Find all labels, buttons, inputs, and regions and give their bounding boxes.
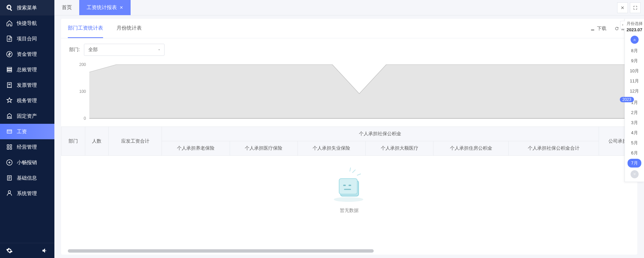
salary-icon [6,128,13,135]
month-item[interactable]: 9月 [628,57,641,65]
chevron-down-icon [157,48,161,52]
chevron-up-double-icon [633,38,637,42]
sidebar-item-biz[interactable]: 经营管理 [0,139,54,155]
svg-rect-4 [349,185,351,186]
horizontal-scrollbar[interactable] [68,249,624,253]
sidebar-footer [0,243,54,258]
month-item[interactable]: 10月 [627,67,642,75]
sidebar-item-label: 小畅报销 [17,159,37,166]
month-list: 8月9月10月11月12月20231月2月3月4月5月6月7月 [627,44,642,170]
biz-icon [6,144,13,150]
close-all-tabs-button[interactable] [617,2,628,13]
y-tick: 0 [84,116,86,121]
month-panel-collapse-button[interactable] [620,21,625,29]
sidebar-item-asset[interactable]: 固定资产 [0,108,54,124]
filter-row: 部门: 全部 [61,38,637,61]
subtabs: 部门工资统计表月份统计表 下载 刷新 [61,19,637,38]
sidebar-item-label: 资金管理 [17,51,37,58]
download-label: 下载 [597,26,606,32]
tab-1[interactable]: 工资统计报表✕ [79,0,131,15]
sidebar-item-salary[interactable]: 工资 [0,124,54,139]
col-header: 部门 [61,127,85,156]
sidebar-item-invoice[interactable]: 发票管理 [0,77,54,93]
sidebar-item-label: 经营管理 [17,144,37,150]
sidebar-item-home[interactable]: 快捷导航 [0,15,54,31]
sidebar: 搜索菜单快捷导航项目合同资金管理总账管理发票管理税务管理固定资产工资经营管理小畅… [0,0,54,258]
table-empty: 暂无数据 [61,156,637,227]
chart: 0100200 [69,61,629,122]
month-item[interactable]: 4月 [628,128,641,137]
tab-label: 工资统计报表 [87,4,117,11]
col-group-header: 个人承担社保公积金 [162,127,599,141]
col-subheader: 个人承担医疗保险 [230,141,297,156]
month-item[interactable]: 8月 [628,46,641,55]
sidebar-item-label: 固定资产 [17,113,37,119]
search-icon [6,4,13,11]
close-icon[interactable]: ✕ [120,5,123,10]
refresh-icon [614,26,619,31]
expense-icon [6,159,13,166]
sys-icon [6,190,13,197]
month-item[interactable]: 6月 [628,149,641,157]
month-item[interactable]: 12月 [627,87,642,96]
download-button[interactable]: 下载 [590,26,606,32]
sidebar-item-label: 税务管理 [17,98,37,104]
sidebar-items: 搜索菜单快捷导航项目合同资金管理总账管理发票管理税务管理固定资产工资经营管理小畅… [0,0,54,243]
doc-icon [6,35,13,42]
month-item[interactable]: 7月 [628,159,641,168]
sidebar-item-label: 系统管理 [17,190,37,197]
scrollbar-thumb[interactable] [68,249,374,253]
sidebar-item-info[interactable]: 基础信息 [0,170,54,186]
month-item[interactable]: 3月 [628,118,641,127]
sidebar-item-label: 发票管理 [17,82,37,88]
sidebar-item-sys[interactable]: 系统管理 [0,186,54,201]
tab-label: 首页 [62,4,72,11]
col-subheader: 个人承担大额医疗 [366,141,433,156]
chart-plot [89,61,629,122]
tax-icon [6,97,13,104]
money-icon [6,51,13,58]
y-axis: 0100200 [69,61,89,122]
month-scroll-down-button[interactable] [631,170,639,178]
sidebar-item-money[interactable]: 资金管理 [0,46,54,62]
empty-text: 暂无数据 [61,208,637,214]
col-subheader: 个人承担社保公积金合计 [509,141,599,156]
download-icon [590,26,595,31]
sidebar-item-label: 总账管理 [17,67,37,73]
sidebar-item-label: 工资 [17,128,27,135]
table-wrap: 部门人数应发工资合计个人承担社保公积金公司承担个人承担养老保险个人承担医疗保险个… [61,125,637,255]
chevron-down-double-icon [633,172,637,176]
home-icon [6,20,13,27]
department-select[interactable]: 全部 [84,44,165,56]
invoice-icon [6,82,13,88]
col-subheader: 个人承担失业保险 [297,141,365,156]
month-item[interactable]: 5月 [628,139,641,147]
main: 首页工资统计报表✕ 部门工资统计表月份统计表 下载 刷新 [54,0,644,258]
month-item[interactable]: 2月 [628,108,641,117]
y-tick: 100 [79,89,86,94]
fullscreen-button[interactable] [630,2,641,13]
sidebar-item-search[interactable]: 搜索菜单 [0,0,54,15]
sound-icon[interactable] [42,247,48,254]
sidebar-item-ledger[interactable]: 总账管理 [0,62,54,77]
tabbar: 首页工资统计报表✕ [54,0,644,15]
col-header: 应发工资合计 [109,127,162,156]
subtab-0[interactable]: 部门工资统计表 [68,19,103,38]
sidebar-item-doc[interactable]: 项目合同 [0,31,54,46]
subtab-1[interactable]: 月份统计表 [117,19,142,38]
sidebar-item-tax[interactable]: 税务管理 [0,93,54,108]
chevron-right-icon [622,24,624,26]
gear-icon[interactable] [6,247,13,254]
asset-icon [6,113,13,119]
tab-0[interactable]: 首页 [54,0,79,15]
month-item[interactable]: 11月 [627,77,642,85]
sidebar-item-label: 快捷导航 [17,20,37,27]
year-badge: 2023 [620,97,634,102]
tabbar-actions [617,0,644,15]
month-scroll-up-button[interactable] [631,36,639,44]
sidebar-item-label: 基础信息 [17,175,37,181]
department-filter-label: 部门: [69,47,80,53]
sidebar-item-expense[interactable]: 小畅报销 [0,155,54,170]
chart-wrap: 0100200 [61,61,637,125]
ledger-icon [6,66,13,73]
